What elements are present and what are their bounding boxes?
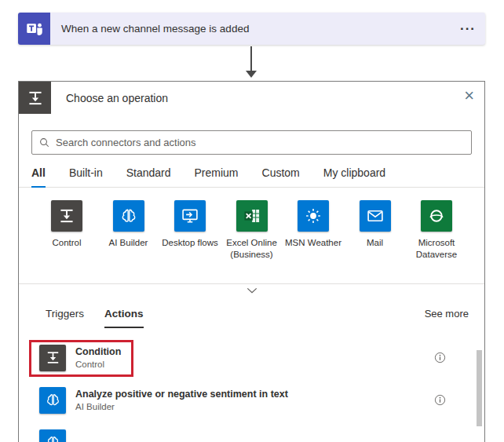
- action-subtitle: Control: [75, 359, 121, 371]
- tab-all[interactable]: All: [31, 166, 46, 188]
- tab-actions[interactable]: Actions: [104, 308, 144, 328]
- choose-operation-panel: Choose an operation × All Built-in Stand…: [18, 81, 485, 442]
- action-list: Condition Control Analyze positive or ne…: [19, 337, 484, 442]
- connector-card-ai-builder[interactable]: AI Builder: [100, 200, 158, 261]
- search-input[interactable]: [56, 137, 465, 148]
- trigger-action-tabs: Triggers Actions See more: [19, 297, 484, 328]
- action-row-sentiment[interactable]: Analyze positive or negative sentiment i…: [19, 379, 484, 422]
- dataverse-icon: [421, 200, 452, 232]
- ai-builder-icon: [39, 429, 66, 442]
- connector-card-excel-online[interactable]: Excel Online (Business): [223, 200, 281, 261]
- connector-card-control[interactable]: Control: [38, 200, 96, 261]
- scrollbar-thumb[interactable]: [477, 350, 482, 426]
- tab-built-in[interactable]: Built-in: [69, 166, 103, 187]
- tab-triggers[interactable]: Triggers: [46, 308, 84, 327]
- trigger-menu-button[interactable]: ···: [460, 22, 476, 35]
- connector-arrow-line: [250, 46, 252, 71]
- panel-header: Choose an operation ×: [19, 82, 484, 114]
- connector-label: Mail: [367, 237, 383, 249]
- collapse-gallery-button[interactable]: [19, 283, 484, 297]
- trigger-card[interactable]: When a new channel message is added ···: [18, 13, 485, 45]
- connector-label: AI Builder: [109, 237, 148, 249]
- trigger-title: When a new channel message is added: [61, 23, 249, 35]
- category-tabs: All Built-in Standard Premium Custom My …: [19, 155, 484, 188]
- mail-envelope-icon: [360, 200, 391, 232]
- connector-label: Microsoft Dataverse: [407, 237, 466, 261]
- search-icon: [38, 137, 50, 148]
- action-title: Analyze positive or negative sentiment i…: [75, 388, 288, 400]
- connector-card-desktop-flows[interactable]: Desktop flows: [161, 200, 219, 261]
- teams-icon: [18, 13, 50, 45]
- connector-card-mail[interactable]: Mail: [346, 200, 404, 261]
- connector-label: MSN Weather: [285, 237, 341, 249]
- ai-builder-icon: [113, 200, 144, 232]
- action-row-partial[interactable]: [19, 422, 484, 442]
- see-more-link[interactable]: See more: [425, 308, 469, 320]
- action-subtitle: AI Builder: [75, 401, 288, 413]
- search-section: [31, 130, 472, 155]
- action-text: Analyze positive or negative sentiment i…: [75, 388, 288, 412]
- action-title: Condition: [75, 345, 121, 358]
- control-icon: [51, 200, 82, 232]
- action-text: Condition Control: [75, 345, 121, 370]
- control-header-icon: [19, 82, 51, 114]
- connector-card-msn-weather[interactable]: MSN Weather: [284, 200, 342, 261]
- ai-builder-icon: [39, 387, 66, 414]
- connector-label: Desktop flows: [162, 237, 218, 249]
- search-input-wrapper[interactable]: [31, 130, 472, 155]
- close-icon[interactable]: ×: [464, 87, 474, 104]
- tab-standard[interactable]: Standard: [126, 166, 171, 187]
- connector-label: Excel Online (Business): [223, 237, 281, 261]
- tab-premium[interactable]: Premium: [195, 166, 239, 187]
- desktop-flows-icon: [174, 200, 206, 232]
- weather-sun-icon: [298, 200, 329, 232]
- connector-gallery: Control AI Builder Desktop flows Excel O…: [19, 188, 484, 261]
- panel-title: Choose an operation: [66, 92, 168, 104]
- connector-arrow-head: [246, 71, 257, 78]
- info-icon[interactable]: [433, 393, 447, 407]
- connector-card-dataverse[interactable]: Microsoft Dataverse: [407, 200, 466, 261]
- action-row-condition[interactable]: Condition Control: [19, 337, 484, 379]
- info-icon[interactable]: [433, 351, 447, 364]
- connector-label: Control: [52, 237, 81, 249]
- excel-icon: [236, 200, 268, 232]
- chevron-down-icon: [247, 287, 257, 294]
- tab-custom[interactable]: Custom: [262, 166, 300, 187]
- tab-my-clipboard[interactable]: My clipboard: [323, 166, 385, 187]
- control-icon: [39, 345, 66, 371]
